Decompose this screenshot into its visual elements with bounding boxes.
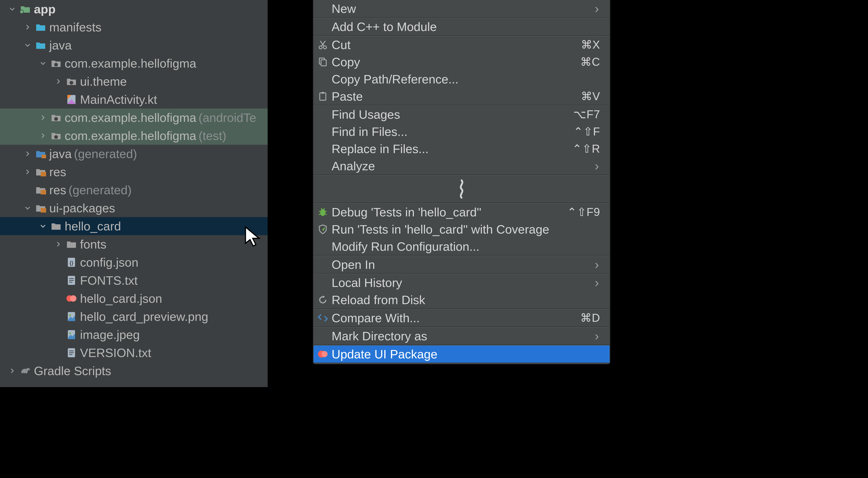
chevron-down-icon[interactable] [24,205,31,211]
svg-point-1 [54,63,58,66]
package-folder-icon [51,58,61,69]
tree-suffix-java-gen: (generated) [74,147,137,161]
chevron-right-icon[interactable] [40,114,46,121]
tree-label-res: res [49,165,66,179]
menu-mark-directory[interactable]: Mark Directory as › [313,327,610,345]
coverage-icon [318,224,328,235]
tree-node-res-gen[interactable]: res (generated) [0,181,268,199]
chevron-down-icon[interactable] [9,6,16,12]
compare-icon [318,313,328,323]
svg-line-39 [321,208,322,210]
chevron-blank [55,96,61,103]
menu-add-cpp[interactable]: Add C++ to Module [313,18,610,35]
chevron-blank [24,187,31,193]
tree-node-java-gen[interactable]: java (generated) [0,145,268,163]
menu-new[interactable]: New › [313,0,610,17]
menu-label-copy-path: Copy Path/Reference... [332,72,600,86]
tree-node-hello-card-json[interactable]: hello_card.json [0,290,268,307]
svg-rect-9 [41,208,46,213]
menu-find-in-files[interactable]: Find in Files... ⌃⇧F [313,123,610,140]
menu-copy-path[interactable]: Copy Path/Reference... [313,70,610,88]
menu-replace-in-files[interactable]: Replace in Files... ⌃⇧R [313,140,610,157]
menu-reload-disk[interactable]: Reload from Disk [313,291,610,308]
menu-local-history[interactable]: Local History › [313,274,610,291]
folder-grey-icon [51,221,61,232]
chevron-blank [55,350,61,356]
chevron-right-icon[interactable] [55,78,61,85]
chevron-blank [55,295,61,302]
chevron-right-icon[interactable] [9,368,16,374]
tree-node-pkg-main[interactable]: com.example.hellofigma [0,54,268,72]
menu-shortcut-find-files: ⌃⇧F [574,125,600,138]
menu-paste[interactable]: Paste ⌘V [313,88,610,105]
menu-shortcut-copy: ⌘C [580,55,600,68]
svg-text:{}: {} [69,260,73,266]
tree-node-version-txt[interactable]: VERSION.txt [0,344,268,362]
chevron-down-icon[interactable] [24,42,31,49]
menu-shortcut-cut: ⌘X [581,38,600,51]
menu-run-coverage[interactable]: Run 'Tests in 'hello_card'' with Coverag… [313,221,610,238]
tree-node-manifests[interactable]: manifests [0,18,268,36]
image-file-icon [66,329,77,340]
menu-analyze[interactable]: Analyze › [313,157,610,175]
res-folder-icon [35,203,46,213]
tree-label-hello-card-json: hello_card.json [80,292,162,305]
menu-cut[interactable]: Cut ⌘X [313,36,610,53]
menu-modify-run[interactable]: Modify Run Configuration... [313,238,610,255]
generated-folder-icon [35,148,46,159]
chevron-right-icon[interactable] [24,24,31,30]
menu-label-mark-dir: Mark Directory as [332,329,595,343]
tree-node-fonts[interactable]: fonts [0,235,268,253]
tree-node-config-json[interactable]: {} config.json [0,253,268,271]
chevron-right-icon[interactable] [55,241,61,247]
tree-node-main-activity[interactable]: MainActivity.kt [0,90,268,109]
tree-node-image-jpeg[interactable]: image.jpeg [0,326,268,344]
svg-rect-7 [41,172,46,176]
menu-label-copy: Copy [332,55,580,69]
text-file-icon [66,347,77,358]
menu-label-cut: Cut [332,38,581,52]
tree-node-pkg-androidtest[interactable]: com.example.hellofigma (androidTe [0,109,268,127]
menu-shortcut-paste: ⌘V [581,90,600,103]
svg-line-36 [325,211,327,212]
menu-find-usages[interactable]: Find Usages ⌥F7 [313,106,610,123]
chevron-down-icon[interactable] [40,223,46,229]
text-file-icon [66,275,77,286]
tree-label-main-activity: MainActivity.kt [80,92,157,107]
tree-node-java[interactable]: java [0,36,268,54]
tree-node-ui-packages[interactable]: ui-packages [0,199,268,217]
menu-label-debug-tests: Debug 'Tests in 'hello_card'' [332,205,567,219]
menu-collapsed-indicator [313,176,610,203]
chevron-right-icon[interactable] [24,151,31,157]
tree-node-app[interactable]: app [0,0,268,18]
tree-node-res[interactable]: res [0,163,268,181]
tree-label-preview-png: hello_card_preview.png [80,309,208,324]
tree-node-preview-png[interactable]: hello_card_preview.png [0,307,268,326]
tree-node-hello-card[interactable]: hello_card [0,217,268,235]
chevron-right-icon[interactable] [40,132,46,139]
menu-shortcut-debug-tests: ⌃⇧F9 [567,206,600,219]
chevron-right-icon[interactable] [24,169,31,175]
chevron-down-icon[interactable] [40,60,46,66]
gradle-icon [20,365,31,376]
tree-node-pkg-test[interactable]: com.example.hellofigma (test) [0,127,268,145]
menu-shortcut-usages: ⌥F7 [573,108,600,121]
menu-open-in[interactable]: Open In › [313,256,610,273]
tree-label-java-gen: java [49,147,72,161]
res-folder-icon [35,184,46,196]
copy-icon [318,57,328,67]
svg-point-27 [323,46,327,49]
tree-node-ui-theme[interactable]: ui.theme [0,72,268,90]
menu-debug-tests[interactable]: Debug 'Tests in 'hello_card'' ⌃⇧F9 [313,204,610,221]
tree-label-image-jpeg: image.jpeg [80,328,140,342]
menu-compare-with[interactable]: Compare With... ⌘D [313,309,610,327]
menu-copy[interactable]: Copy ⌘C [313,53,610,70]
res-folder-icon [35,167,46,177]
tree-node-fonts-txt[interactable]: FONTS.txt [0,271,268,290]
menu-label-analyze: Analyze [332,159,595,173]
menu-label-new: New [332,2,595,16]
cut-icon [318,39,328,50]
tree-node-gradle[interactable]: Gradle Scripts [0,362,268,380]
package-folder-icon [51,130,61,141]
menu-update-ui-package[interactable]: Update UI Package [313,346,610,363]
